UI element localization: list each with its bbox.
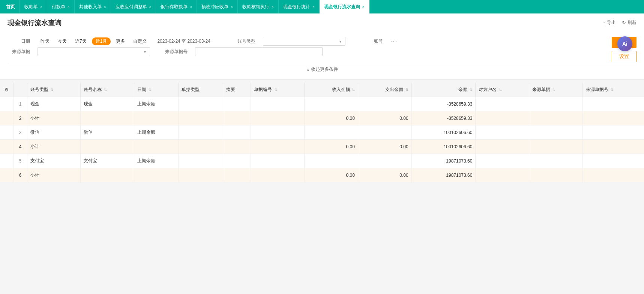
collapse-filter-button[interactable]: 收起更多条件 xyxy=(8,64,636,75)
nav-tab-payments[interactable]: 付款单 × xyxy=(47,0,75,13)
date-1month[interactable]: 近1月 xyxy=(92,37,111,45)
col-income[interactable]: 收入金额 ⇅ xyxy=(305,83,358,97)
cell-income xyxy=(305,97,358,111)
settings-button[interactable]: 设置 xyxy=(612,51,636,62)
date-yesterday[interactable]: 昨天 xyxy=(38,37,53,45)
row-number: 3 xyxy=(14,125,27,140)
cell-doc-no xyxy=(251,125,305,140)
sort-icon: ⇅ xyxy=(148,88,151,92)
nav-tab-adjustment[interactable]: 应收应付调整单 × xyxy=(111,0,156,13)
cell-date xyxy=(134,168,178,182)
table-row: 4小计0.000.00100102606.60 xyxy=(0,140,644,154)
cell-doc-no xyxy=(251,154,305,168)
table-row: 2小计0.000.00-3528659.33 xyxy=(0,111,644,125)
close-icon[interactable]: × xyxy=(104,5,106,9)
col-source-doc[interactable]: 来源单据 ⇅ xyxy=(529,83,583,97)
page-header: 现金银行流水查询 ↑ 导出 ↻ 刷新 xyxy=(0,13,644,32)
cell-account-type: 小计 xyxy=(27,140,81,154)
cell-income: 0.00 xyxy=(305,140,358,154)
col-source-doc-no[interactable]: 来源单据号 ⇅ xyxy=(582,83,644,97)
header-actions: ↑ 导出 ↻ 刷新 xyxy=(603,19,637,26)
sort-icon: ⇅ xyxy=(405,88,408,92)
close-icon[interactable]: × xyxy=(362,5,365,9)
cell-date: 上期余额 xyxy=(134,125,178,140)
col-balance[interactable]: 余额 ⇅ xyxy=(411,83,476,97)
cell-income xyxy=(305,125,358,140)
cell-date: 上期余额 xyxy=(134,97,178,111)
export-button[interactable]: ↑ 导出 xyxy=(603,19,616,26)
account-type-select[interactable] xyxy=(263,37,345,46)
cell-balance: -3528659.33 xyxy=(411,97,476,111)
row-number: 2 xyxy=(14,111,27,125)
cell-account-type: 微信 xyxy=(27,125,81,140)
row-settings xyxy=(0,111,14,125)
cell-doc-type xyxy=(179,125,223,140)
date-7days[interactable]: 近7天 xyxy=(72,37,90,45)
cell-doc-type xyxy=(179,111,223,125)
cell-counterpart xyxy=(476,168,529,182)
close-icon[interactable]: × xyxy=(40,5,42,9)
row-number: 5 xyxy=(14,154,27,168)
col-account-name[interactable]: 账号名称 ⇅ xyxy=(81,83,134,97)
cell-date xyxy=(134,111,178,125)
nav-tab-prepaid[interactable]: 预收冲应收单 × xyxy=(197,0,238,13)
cell-doc-no xyxy=(251,168,305,182)
col-account-type[interactable]: 账号类型 ⇅ xyxy=(27,83,81,97)
source-doc-no-input[interactable] xyxy=(195,47,323,56)
col-expense[interactable]: 支出金额 ⇅ xyxy=(358,83,411,97)
table-row: 1现金现金上期余额-3528659.33 xyxy=(0,97,644,111)
close-icon[interactable]: × xyxy=(190,5,192,9)
filter-row-1: 日期 昨天 今天 近7天 近1月 更多 自定义 2023-02-24 至 202… xyxy=(8,37,597,46)
cell-counterpart xyxy=(476,111,529,125)
cell-source-doc xyxy=(529,140,583,154)
row-number: 4 xyxy=(14,140,27,154)
cell-balance: -3528659.33 xyxy=(411,111,476,125)
nav-tab-receipt-verification[interactable]: 收款核销执行 × xyxy=(238,0,279,13)
sort-icon: ⇅ xyxy=(610,88,613,92)
transactions-table: ⚙ 账号类型 ⇅ 账号名称 ⇅ 日期 ⇅ 单据类型 摘要 xyxy=(0,83,644,182)
sort-icon: ⇅ xyxy=(274,88,277,92)
cell-summary xyxy=(223,97,251,111)
cell-account-type: 现金 xyxy=(27,97,81,111)
nav-tab-bank-flow[interactable]: 现金银行流水查询 × xyxy=(320,0,369,13)
cell-summary xyxy=(223,168,251,182)
row-settings xyxy=(0,140,14,154)
cell-doc-no xyxy=(251,97,305,111)
cell-counterpart xyxy=(476,125,529,140)
source-doc-select[interactable] xyxy=(38,47,150,56)
cell-source-doc xyxy=(529,125,583,140)
date-more[interactable]: 更多 xyxy=(113,37,128,45)
close-icon[interactable]: × xyxy=(272,5,274,9)
close-icon[interactable]: × xyxy=(68,5,70,9)
close-icon[interactable]: × xyxy=(149,5,152,9)
date-today[interactable]: 今天 xyxy=(55,37,70,45)
cell-account-name: 现金 xyxy=(81,97,134,111)
cell-source-doc-no xyxy=(582,97,644,111)
account-dots-button[interactable]: ··· xyxy=(390,38,398,45)
sort-icon: ⇅ xyxy=(50,88,53,92)
nav-tab-receipts[interactable]: 收款单 × xyxy=(20,0,47,13)
ai-assistant-button[interactable]: Ai xyxy=(617,36,632,51)
close-icon[interactable]: × xyxy=(312,5,315,9)
cell-counterpart xyxy=(476,140,529,154)
col-counterpart[interactable]: 对方户名 ⇅ xyxy=(476,83,529,97)
cell-account-name xyxy=(81,168,134,182)
col-date[interactable]: 日期 ⇅ xyxy=(134,83,178,97)
nav-tab-bank-deposit[interactable]: 银行存取款单 × xyxy=(156,0,197,13)
row-settings xyxy=(0,97,14,111)
nav-tab-other-income[interactable]: 其他收入单 × xyxy=(75,0,111,13)
nav-home[interactable]: 首页 xyxy=(2,0,20,13)
account-type-label: 账号类型 xyxy=(233,38,255,45)
sort-icon: ⇅ xyxy=(352,88,355,92)
date-custom[interactable]: 自定义 xyxy=(130,37,150,45)
cell-source-doc xyxy=(529,97,583,111)
cell-source-doc xyxy=(529,111,583,125)
cell-account-name: 支付宝 xyxy=(81,154,134,168)
cell-source-doc xyxy=(529,168,583,182)
nav-tab-bank-stats[interactable]: 现金银行统计 × xyxy=(279,0,320,13)
close-icon[interactable]: × xyxy=(231,5,233,9)
refresh-button[interactable]: ↻ 刷新 xyxy=(622,19,636,26)
table-settings-col[interactable]: ⚙ xyxy=(0,83,14,97)
col-doc-no[interactable]: 单据编号 ⇅ xyxy=(251,83,305,97)
cell-doc-no xyxy=(251,111,305,125)
